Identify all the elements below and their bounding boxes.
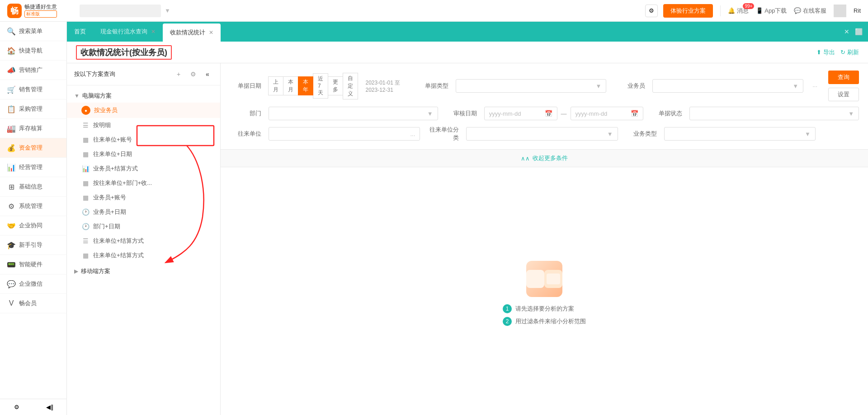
scheme-item-salesman-date[interactable]: 🕐 业务员+日期 <box>67 205 220 219</box>
wechat-icon: 💬 <box>7 280 15 288</box>
collapse-panel-btn[interactable]: « <box>202 69 213 80</box>
scheme-item-unit-account[interactable]: ▦ 往来单位+账号 <box>67 132 220 147</box>
refresh-btn[interactable]: ↻ 刷新 <box>840 48 859 57</box>
sidebar-item-marketing[interactable]: 📣 营销推广 <box>0 61 66 80</box>
scheme-item-unit-date[interactable]: ▦ 往来单位+日期 <box>67 147 220 161</box>
empty-illustration <box>526 261 562 297</box>
dept-dropdown[interactable]: ▼ <box>269 107 438 120</box>
table-icon-5: ▦ <box>81 179 90 187</box>
status-dropdown[interactable]: ▼ <box>689 107 859 120</box>
empty-hints: 1 请先选择要分析的方案 2 用过滤条件来缩小分析范围 <box>503 304 586 326</box>
table-icon-3: ▦ <box>81 150 90 158</box>
tab-bank-flow[interactable]: 现金银行流水查询 ✕ <box>93 22 163 42</box>
date-tab-custom[interactable]: 自定义 <box>343 73 358 99</box>
sidebar-item-member[interactable]: V 畅会员 <box>0 294 66 313</box>
date-tab-this-year[interactable]: 本年 <box>298 76 313 95</box>
collapse-label: 收起更多条件 <box>533 154 568 162</box>
tab-home[interactable]: 首页 <box>67 22 93 42</box>
hint-item-1: 1 请先选择要分析的方案 <box>503 304 586 313</box>
header-gear-btn[interactable]: ⚙ <box>645 5 658 17</box>
audit-label: 审核日期 <box>445 109 477 118</box>
date-tab-this-month[interactable]: 本月 <box>283 76 298 95</box>
scheme-item-detail[interactable]: ☰ 按明细 <box>67 118 220 132</box>
sidebar-item-hardware[interactable]: 📟 智能硬件 <box>0 255 66 274</box>
sidebar-item-operation[interactable]: 📊 经营管理 <box>0 158 66 177</box>
filter-row-2: 部门 ▼ 审核日期 yyyy-mm-dd 📅 <box>230 107 859 120</box>
add-scheme-btn[interactable]: + <box>173 69 184 80</box>
tab-close-bank[interactable]: ✕ <box>151 28 156 35</box>
scheme-item-dept-date[interactable]: 🕐 部门+日期 <box>67 219 220 234</box>
tab-close-collection[interactable]: ✕ <box>209 29 213 36</box>
calendar-end-icon[interactable]: 📅 <box>631 110 638 117</box>
collapse-bar[interactable]: ∧∧ 收起更多条件 <box>221 150 868 167</box>
sidebar-item-inventory[interactable]: 🏭 库存核算 <box>0 119 66 138</box>
scheme-item-salesman-settle[interactable]: 📊 业务员+结算方式 <box>67 161 220 176</box>
service-btn[interactable]: 💬 在线客服 <box>794 7 826 15</box>
message-btn[interactable]: 🔔 消息 99+ <box>728 7 749 15</box>
more-options-btn[interactable]: ··· <box>812 83 817 90</box>
group-collapse-icon: ▼ <box>74 93 80 99</box>
type-dropdown[interactable]: ▼ <box>456 79 607 93</box>
unit-category-label: 往来单位分类 <box>427 126 459 142</box>
date-tab-last-month[interactable]: 上月 <box>268 76 283 95</box>
sidebar-item-wechat[interactable]: 💬 企业微信 <box>0 274 66 294</box>
sidebar-item-collab[interactable]: 🤝 企业协同 <box>0 216 66 236</box>
sidebar-item-basic[interactable]: ⊞ 基础信息 <box>0 177 66 197</box>
salesman-dropdown[interactable]: ▼ <box>652 79 803 93</box>
sidebar-item-sales[interactable]: 🛒 销售管理 <box>0 80 66 99</box>
status-label: 单据状态 <box>651 109 682 118</box>
msg-badge-count: 99+ <box>743 3 754 9</box>
date-tab-7days[interactable]: 近7天 <box>313 73 328 99</box>
scheme-item-salesman[interactable]: ● 按业务员 <box>67 103 220 118</box>
header-search[interactable] <box>80 5 161 17</box>
date-tab-more[interactable]: 更多 <box>328 76 343 95</box>
unit-more-btn[interactable]: ... <box>410 131 415 137</box>
guide-icon: 🎓 <box>7 241 15 249</box>
sidebar: 🔍 搜索菜单 🏠 快捷导航 📣 营销推广 🛒 销售管理 📋 采购管理 🏭 库存核… <box>0 22 67 415</box>
tab-collection-stats[interactable]: 收款情况统计 ✕ <box>163 24 221 42</box>
divider1 <box>720 5 721 16</box>
collab-icon: 🤝 <box>7 222 15 230</box>
filter-row-3: 往来单位 ... 往来单位分类 ▼ 业务类型 <box>230 126 859 142</box>
audit-date-end[interactable]: yyyy-mm-dd 📅 <box>571 107 644 120</box>
audit-date-start[interactable]: yyyy-mm-dd 📅 <box>484 107 557 120</box>
sidebar-item-guide[interactable]: 🎓 新手引导 <box>0 236 66 255</box>
sidebar-item-search[interactable]: 🔍 搜索菜单 <box>0 22 66 41</box>
mobile-scheme-group[interactable]: ▶ 移动端方案 <box>67 264 220 278</box>
calendar-start-icon[interactable]: 📅 <box>545 110 552 117</box>
maximize-window-btn[interactable]: ⬜ <box>854 28 863 36</box>
user-name[interactable]: Rit <box>854 7 861 14</box>
header-dropdown-arrow[interactable]: ▼ <box>165 7 170 14</box>
close-window-btn[interactable]: ✕ <box>843 28 851 36</box>
sidebar-collapse-btn[interactable]: ◀‖ <box>33 399 67 415</box>
date-tabs: 上月 本月 本年 近7天 更多 自定义 <box>269 73 358 99</box>
scheme-item-salesman-account[interactable]: ▦ 业务员+账号 <box>67 190 220 205</box>
setting-btn[interactable]: 设置 <box>828 88 859 101</box>
unit-dropdown[interactable]: ... <box>269 127 420 141</box>
search-icon: 🔍 <box>7 27 15 35</box>
manage-scheme-btn[interactable]: ⚙ <box>188 69 198 80</box>
scheme-item-unit-settle1[interactable]: ☰ 往来单位+结算方式 <box>67 234 220 248</box>
logo-icon: 畅 <box>7 4 22 18</box>
empty-state: 1 请先选择要分析的方案 2 用过滤条件来缩小分析范围 <box>221 167 868 415</box>
desktop-scheme-group[interactable]: ▼ 电脑端方案 <box>67 89 220 103</box>
app-download-btn[interactable]: 📱 App下载 <box>756 7 787 15</box>
export-btn[interactable]: ⬆ 导出 <box>816 48 835 57</box>
sidebar-item-quicknav[interactable]: 🏠 快捷导航 <box>0 41 66 61</box>
biz-type-dropdown[interactable]: ▼ <box>664 127 816 141</box>
settings-icon: ⚙ <box>7 202 15 210</box>
sidebar-item-purchase[interactable]: 📋 采购管理 <box>0 99 66 119</box>
sidebar-item-finance[interactable]: 💰 资金管理 <box>0 138 66 158</box>
scheme-item-unit-settle2[interactable]: ▦ 往来单位+结算方式 <box>67 248 220 263</box>
unit-category-dropdown[interactable]: ▼ <box>466 127 618 141</box>
sidebar-item-system[interactable]: ⚙ 系统管理 <box>0 197 66 216</box>
query-btn[interactable]: 查询 <box>828 71 859 84</box>
scheme-item-unit-dept[interactable]: ▦ 按往来单位+部门+收... <box>67 176 220 190</box>
trial-button[interactable]: 体验行业方案 <box>663 4 713 18</box>
audit-date-group: yyyy-mm-dd 📅 — yyyy-mm-dd 📅 <box>484 107 644 120</box>
filter-row-1: 单据日期 上月 本月 本年 近7天 更多 自定义 20 <box>230 71 859 101</box>
grid-icon: ⊞ <box>7 183 15 191</box>
tab-bar: 首页 现金银行流水查询 ✕ 收款情况统计 ✕ ✕ ⬜ <box>67 22 868 42</box>
clock-icon-7: 🕐 <box>81 208 90 216</box>
sidebar-gear-btn[interactable]: ⚙ <box>0 399 33 415</box>
